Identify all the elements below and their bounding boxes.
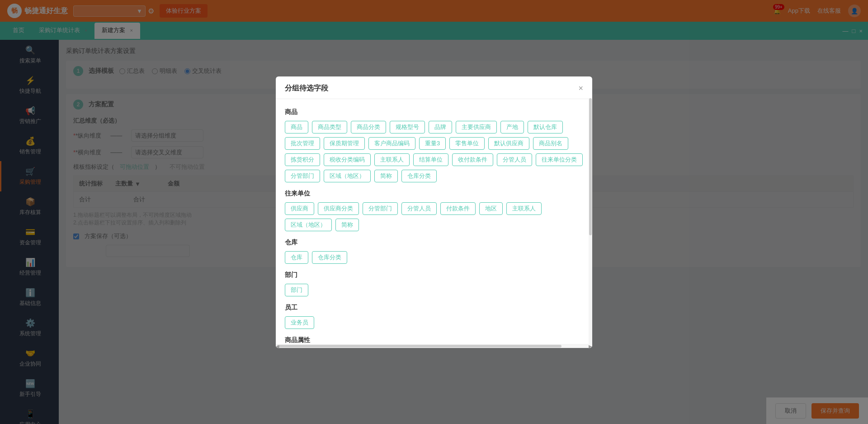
modal-overlay: 分组待选字段 × 商品 商品 商品类型 商品分类 规格型号 品牌 主要供应商 产…	[0, 0, 868, 424]
field-grid-dept: 部门	[285, 284, 583, 296]
field-chip-goods-6[interactable]: 产地	[500, 121, 524, 133]
field-chip-goods-4[interactable]: 品牌	[429, 121, 452, 133]
field-chip-partner-0[interactable]: 供应商	[285, 202, 314, 215]
field-chip-partner-3[interactable]: 分管人员	[401, 202, 437, 215]
field-chip-staff-0[interactable]: 业务员	[285, 316, 314, 329]
field-chip-goods-23[interactable]: 区域（地区）	[324, 170, 371, 182]
section-title-attr: 商品属性	[285, 336, 583, 344]
modal-close-button[interactable]: ×	[578, 84, 583, 93]
field-chip-goods-17[interactable]: 主联系人	[374, 153, 410, 166]
field-chip-warehouse-1[interactable]: 仓库分类	[312, 251, 347, 264]
field-chip-partner-8[interactable]: 简称	[335, 219, 359, 231]
field-chip-goods-20[interactable]: 分管人员	[497, 153, 532, 166]
field-chip-goods-9[interactable]: 保质期管理	[324, 137, 365, 150]
field-chip-goods-14[interactable]: 商品别名	[533, 137, 568, 150]
field-chip-partner-4[interactable]: 付款条件	[440, 202, 476, 215]
field-chip-goods-22[interactable]: 分管部门	[285, 170, 320, 182]
modal-header: 分组待选字段 ×	[276, 76, 592, 99]
field-chip-partner-5[interactable]: 地区	[479, 202, 503, 215]
section-title-dept: 部门	[285, 271, 583, 279]
field-chip-goods-10[interactable]: 客户商品编码	[368, 137, 415, 150]
field-chip-warehouse-0[interactable]: 仓库	[285, 251, 308, 264]
section-title-partner: 往来单位	[285, 190, 583, 198]
field-grid-warehouse: 仓库 仓库分类	[285, 251, 583, 264]
modal-dialog: 分组待选字段 × 商品 商品 商品类型 商品分类 规格型号 品牌 主要供应商 产…	[276, 76, 592, 348]
field-chip-goods-21[interactable]: 往来单位分类	[536, 153, 583, 166]
field-chip-partner-1[interactable]: 供应商分类	[318, 202, 359, 215]
section-title-warehouse: 仓库	[285, 238, 583, 247]
field-chip-partner-6[interactable]: 主联系人	[506, 202, 542, 215]
modal-scrollbar-track[interactable]	[589, 98, 592, 348]
field-grid-goods: 商品 商品类型 商品分类 规格型号 品牌 主要供应商 产地 默认仓库 批次管理 …	[285, 121, 583, 182]
field-chip-goods-16[interactable]: 税收分类编码	[324, 153, 371, 166]
scroll-right-arrow[interactable]: ▶	[589, 344, 592, 349]
scroll-left-arrow[interactable]: ◀	[276, 344, 279, 349]
field-chip-goods-8[interactable]: 批次管理	[285, 137, 320, 150]
field-chip-goods-11[interactable]: 重量3	[419, 137, 446, 150]
modal-title: 分组待选字段	[285, 84, 328, 93]
modal-body: 商品 商品 商品类型 商品分类 规格型号 品牌 主要供应商 产地 默认仓库 批次…	[276, 99, 592, 344]
field-chip-goods-12[interactable]: 零售单位	[449, 137, 485, 150]
field-chip-goods-25[interactable]: 仓库分类	[401, 170, 437, 182]
field-chip-goods-1[interactable]: 商品类型	[312, 121, 347, 133]
field-chip-goods-5[interactable]: 主要供应商	[456, 121, 497, 133]
modal-scrollbar-thumb	[589, 98, 592, 236]
modal-hscrollbar-thumb	[277, 345, 561, 348]
field-chip-goods-2[interactable]: 商品分类	[351, 121, 386, 133]
field-chip-partner-2[interactable]: 分管部门	[363, 202, 398, 215]
field-chip-goods-15[interactable]: 拣货积分	[285, 153, 320, 166]
field-chip-goods-24[interactable]: 简称	[374, 170, 398, 182]
modal-hscrollbar-track: ◀ ▶	[276, 344, 592, 348]
field-chip-partner-7[interactable]: 区域（地区）	[285, 219, 332, 231]
field-chip-goods-7[interactable]: 默认仓库	[528, 121, 563, 133]
section-title-goods: 商品	[285, 108, 583, 116]
field-chip-goods-18[interactable]: 结算单位	[413, 153, 448, 166]
field-chip-goods-19[interactable]: 收付款条件	[452, 153, 493, 166]
field-grid-partner: 供应商 供应商分类 分管部门 分管人员 付款条件 地区 主联系人 区域（地区） …	[285, 202, 583, 231]
field-grid-staff: 业务员	[285, 316, 583, 329]
field-chip-goods-0[interactable]: 商品	[285, 121, 308, 133]
field-chip-goods-3[interactable]: 规格型号	[390, 121, 425, 133]
section-title-staff: 员工	[285, 304, 583, 312]
field-chip-dept-0[interactable]: 部门	[285, 284, 308, 296]
field-chip-goods-13[interactable]: 默认供应商	[488, 137, 529, 150]
